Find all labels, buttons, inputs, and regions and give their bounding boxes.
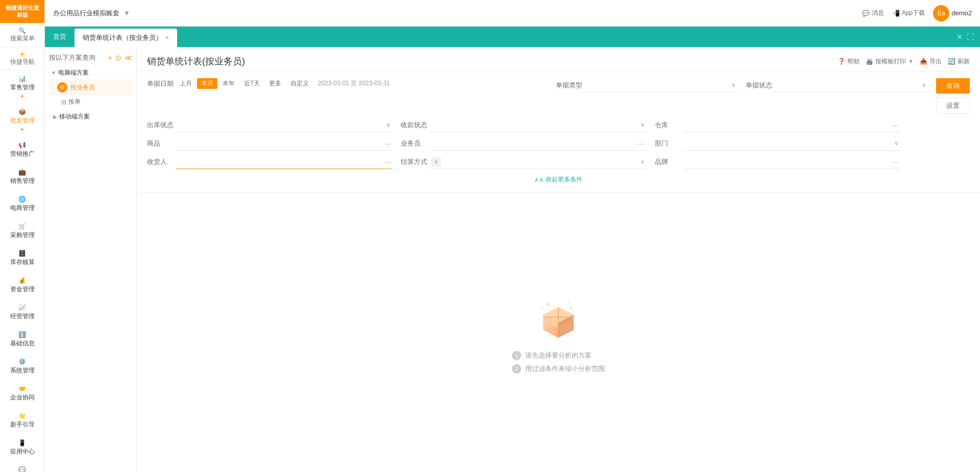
left-panel-actions: + ⊙ ≪ — [108, 54, 132, 62]
pc-group-arrow: ▼ — [51, 70, 56, 76]
help-btn[interactable]: ❓ 帮助 — [838, 57, 860, 66]
settle-tag-close[interactable]: × — [434, 158, 438, 166]
date-btn-more[interactable]: 更多 — [265, 78, 285, 89]
print-btn[interactable]: 🖨️ 按模板打印 ▼ — [866, 57, 914, 66]
goods-label: 商品 — [147, 139, 176, 148]
doc-type-select[interactable]: ∨ — [584, 78, 738, 92]
settings-scheme-btn[interactable]: ⊙ — [115, 54, 121, 62]
sidebar-item-wechat[interactable]: 💬 企业微信 — [0, 461, 44, 472]
page-header: 销货单统计表(按业务员) ❓ 帮助 🖨️ 按模板打印 ▼ 📤 导出 — [137, 47, 980, 72]
sidebar-item-ecommerce[interactable]: 🌐 电商管理 — [0, 191, 44, 218]
win-close-icon[interactable]: ✕ — [957, 33, 963, 41]
empty-box-svg: ✦ ✦ — [533, 292, 584, 343]
receiver-text-input[interactable] — [178, 158, 385, 166]
brand-dots[interactable]: ··· — [892, 158, 898, 166]
out-status-select[interactable]: ∨ — [176, 118, 393, 132]
date-btn-last-month[interactable]: 上月 — [176, 78, 196, 89]
warehouse-dots[interactable]: ··· — [892, 121, 898, 129]
svg-text:✦: ✦ — [573, 311, 575, 314]
settle-select[interactable]: × ∨ — [429, 155, 646, 169]
message-action[interactable]: 💬 消息 — [862, 9, 884, 17]
export-label: 导出 — [929, 57, 942, 66]
payment-status-label: 收款状态 — [401, 121, 429, 130]
pc-scheme-group: ▼ 电脑端方案 按 按业务员 ⊞ 按单 — [49, 66, 132, 108]
system-icon: ⚙️ — [18, 358, 26, 365]
tab-home[interactable]: 首页 — [45, 27, 75, 47]
hint-num-2: 2 — [512, 364, 521, 373]
goods-input[interactable]: ··· — [176, 136, 393, 151]
date-btn-7days[interactable]: 近7天 — [240, 78, 264, 89]
sidebar-item-finance[interactable]: 💰 资金管理 — [0, 272, 44, 299]
sidebar-item-system[interactable]: ⚙️ 系统管理 — [0, 353, 44, 380]
doc-type-label: 单据类型 — [556, 81, 584, 90]
system-label: 系统管理 — [10, 366, 35, 375]
ecommerce-icon: 🌐 — [18, 196, 26, 203]
date-btn-this-year[interactable]: 本年 — [218, 78, 239, 89]
collapse-icon: ∧∧ — [534, 176, 544, 183]
sidebar-item-sales[interactable]: 💼 销售管理 — [0, 163, 44, 191]
query-button[interactable]: 查询 — [936, 78, 970, 93]
message-label: 消息 — [872, 9, 884, 17]
refresh-btn[interactable]: 🔄 刷新 — [948, 57, 970, 66]
settings-button[interactable]: 设置 — [936, 98, 970, 114]
sidebar-item-operations[interactable]: 📈 经营管理 — [0, 299, 44, 326]
out-status-label: 出库状态 — [147, 121, 176, 130]
inventory-icon: 🗄️ — [18, 250, 26, 257]
payment-status-select[interactable]: ∨ — [429, 118, 646, 132]
scheme-item-by-order[interactable]: ⊞ 按单 — [49, 96, 132, 108]
mobile-arrow-icon: ▶ — [53, 114, 57, 120]
tab-home-label: 首页 — [53, 32, 66, 41]
app-download-icon: 📲 — [892, 10, 900, 17]
sidebar-search[interactable]: 🔍 搜索菜单 — [0, 23, 44, 48]
export-btn[interactable]: 📤 导出 — [920, 57, 942, 66]
mobile-scheme-group[interactable]: ▶ 移动端方案 — [49, 110, 132, 123]
workspace-dropdown-icon[interactable]: ▼ — [124, 9, 130, 17]
sidebar-quick-nav[interactable]: ⚡ 快捷导航 — [0, 48, 44, 70]
topbar: 办公用品行业模拟账套 ▼ 💬 消息 📲 App下载 Ea demo2 — [45, 0, 980, 27]
sidebar-item-app-center[interactable]: 📱 应用中心 — [0, 434, 44, 461]
wholesale-arrow: ▲ — [20, 126, 24, 131]
tabbar: 首页 销货单统计表（按业务员） × ✕ ⛶ — [45, 27, 980, 47]
sidebar-item-inventory[interactable]: 🗄️ 库存核算 — [0, 245, 44, 272]
receiver-dots[interactable]: ··· — [385, 158, 391, 166]
sidebar-item-retail[interactable]: 📊 零售管理 ▲ — [0, 70, 44, 103]
scheme-item-by-salesperson[interactable]: 按 按业务员 — [49, 79, 132, 96]
sidebar-item-newbie[interactable]: 🌟 新手引导 — [0, 407, 44, 434]
tab-sales-report[interactable]: 销货单统计表（按业务员） × — [75, 29, 177, 47]
doc-status-select[interactable]: ∨ — [774, 78, 928, 92]
goods-dots[interactable]: ··· — [385, 139, 391, 148]
pc-scheme-group-title[interactable]: ▼ 电脑端方案 — [49, 66, 132, 79]
salesperson-dots[interactable]: ··· — [639, 139, 645, 148]
user-profile[interactable]: Ea demo2 — [933, 5, 972, 21]
sidebar-item-wholesale[interactable]: 📦 批发管理 ▲ — [0, 103, 44, 136]
win-maximize-icon[interactable]: ⛶ — [967, 33, 974, 41]
sidebar-item-purchase[interactable]: 🛒 采购管理 — [0, 218, 44, 245]
operations-label: 经营管理 — [10, 312, 35, 321]
salesperson-input[interactable]: ··· — [429, 136, 646, 151]
message-icon: 💬 — [862, 10, 870, 17]
department-select[interactable]: ∨ — [683, 136, 900, 151]
sidebar-item-cooperation[interactable]: 🤝 企业协同 — [0, 380, 44, 407]
collapse-panel-btn[interactable]: ≪ — [125, 54, 132, 62]
date-btn-this-month[interactable]: 本月 — [197, 78, 217, 89]
app-download-action[interactable]: 📲 App下载 — [892, 9, 925, 17]
add-scheme-btn[interactable]: + — [108, 54, 112, 62]
receiver-input[interactable]: ··· — [176, 155, 393, 169]
app-center-icon: 📱 — [18, 439, 26, 446]
content: 按以下方案查询 + ⊙ ≪ ▼ 电脑端方案 按 按业务员 ⊞ 按单 — [45, 47, 980, 472]
sidebar-item-basic-info[interactable]: ℹ️ 基础信息 — [0, 326, 44, 353]
date-label: 单据日期 — [147, 79, 176, 88]
collapse-more-conditions-btn[interactable]: ∧∧ 收起更多条件 — [534, 173, 582, 186]
date-btn-custom[interactable]: 自定义 — [286, 78, 313, 89]
sidebar-item-marketing[interactable]: 📢 营销推广 — [0, 136, 44, 163]
quick-label: 快捷导航 — [3, 58, 41, 66]
page-title: 销货单统计表(按业务员) — [147, 55, 245, 67]
brand-input[interactable]: ··· — [683, 155, 900, 169]
refresh-label: 刷新 — [958, 57, 970, 66]
avatar: Ea — [933, 5, 949, 21]
doc-type-arrow: ∨ — [731, 82, 736, 88]
mobile-scheme-label: 移动端方案 — [59, 112, 90, 121]
empty-hint-1: 1 请先选择要分析的方案 — [512, 351, 605, 360]
tab-close-icon[interactable]: × — [165, 34, 169, 41]
warehouse-input[interactable]: ··· — [683, 118, 900, 132]
